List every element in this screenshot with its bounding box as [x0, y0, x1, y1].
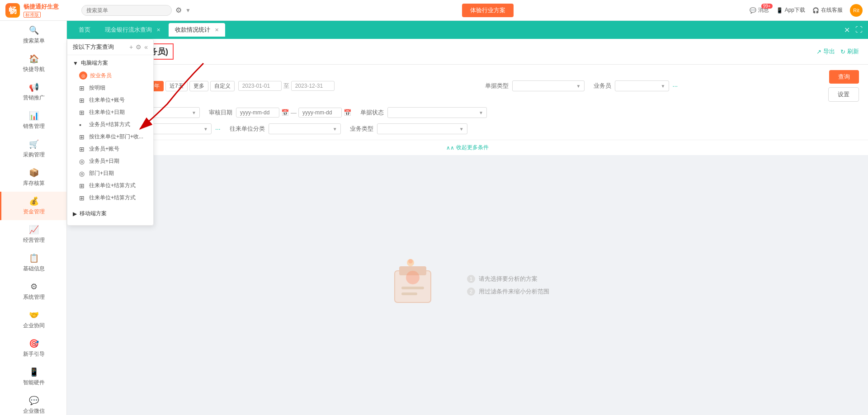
doc-status-select[interactable] — [387, 107, 487, 118]
doc-status-filter: 单据状态 — [360, 107, 487, 118]
scheme-item-counterpart-settle1[interactable]: ⊞ 往来单位+结算方式 — [67, 179, 153, 192]
query-button[interactable]: 查询 — [829, 70, 859, 84]
scheme-item-by-salesman[interactable]: ◎ 按业务员 — [67, 69, 153, 82]
scheme-collapse-button[interactable]: « — [144, 43, 148, 51]
sidebar-item-purchase[interactable]: 🛒 采购管理 — [0, 135, 66, 163]
header-search: ⚙ ▼ — [81, 5, 226, 16]
inventory-icon: 📦 — [29, 168, 39, 178]
sidebar-item-enterprise[interactable]: 🤝 企业协同 — [0, 306, 66, 334]
logo-area: 畅 畅捷通好生意 标准版 — [5, 3, 72, 18]
date-range: 至 — [238, 81, 335, 91]
sidebar-item-operations[interactable]: 📈 经营管理 — [0, 220, 66, 249]
biz-type-label: 业务类型 — [350, 125, 373, 133]
marketing-icon: 📢 — [29, 82, 39, 92]
doc-type-select-wrapper — [512, 80, 585, 91]
scheme-mobile-section: ▶ 移动端方案 — [67, 206, 153, 222]
empty-steps: 1 请先选择要分析的方案 2 用过滤条件来缩小分析范围 — [467, 275, 549, 296]
sidebar-item-inventory[interactable]: 📦 库存核算 — [0, 163, 66, 192]
top-header: 畅 畅捷通好生意 标准版 ⚙ ▼ 体验行业方案 💬 消息 99+ 📱 App下载… — [0, 0, 868, 21]
date-from-input[interactable] — [238, 81, 282, 91]
scheme-item-dept-date[interactable]: ◎ 部门+日期 — [67, 167, 153, 179]
message-item[interactable]: 💬 消息 99+ — [750, 6, 769, 14]
sales-icon: 📊 — [29, 111, 39, 121]
refresh-button[interactable]: ↻ 刷新 — [840, 47, 859, 56]
empty-step-1: 1 请先选择要分析的方案 — [467, 275, 549, 283]
scheme-add-button[interactable]: + — [129, 43, 133, 51]
tab-home[interactable]: 首页 — [72, 23, 97, 37]
counterpart-date-icon: ⊞ — [79, 109, 86, 116]
svg-point-2 — [406, 271, 420, 284]
biz-type-select-wrapper — [377, 123, 467, 134]
empty-content: 1 请先选择要分析的方案 2 用过滤条件来缩小分析范围 — [386, 253, 549, 318]
search-input[interactable] — [81, 5, 172, 16]
date-btn-more[interactable]: 更多 — [189, 81, 208, 91]
tab-close-bank-flow[interactable]: ✕ — [156, 27, 160, 33]
export-button[interactable]: ↗ 导出 — [816, 47, 835, 56]
sidebar-item-smart-hw[interactable]: 📱 智能硬件 — [0, 363, 66, 391]
date-btn-7days[interactable]: 近7天 — [165, 81, 188, 91]
sidebar-item-marketing[interactable]: 📢 营销推广 — [0, 78, 66, 106]
counterpart-category-select[interactable] — [269, 123, 341, 134]
filter-row-2: 部门 审核日期 📅 — — [76, 107, 859, 118]
content-area: 首页 现金银行流水查询 ✕ 收款情况统计 ✕ ✕ ⛶ 收款情况统计(按业务员) — [67, 21, 868, 415]
counterpart-more-icon[interactable]: ··· — [215, 125, 221, 132]
scheme-desktop-section: ▼ 电脑端方案 ◎ 按业务员 ⊞ 按明细 ⊞ 往来单位+账号 ⊞ 往来单位+日期… — [67, 55, 153, 206]
sidebar-item-system[interactable]: ⚙ 系统管理 — [0, 277, 66, 306]
gear-button[interactable]: ⚙ — [175, 6, 182, 14]
scheme-item-counterpart-account[interactable]: ⊞ 往来单位+账号 — [67, 94, 153, 106]
sidebar-item-sales[interactable]: 📊 销售管理 — [0, 106, 66, 135]
scheme-settings-button[interactable]: ⚙ — [136, 43, 142, 51]
scheme-mobile-header[interactable]: ▶ 移动端方案 — [67, 208, 153, 220]
detail-icon: ⊞ — [79, 85, 86, 92]
purchase-icon: 🛒 — [29, 139, 39, 149]
tab-close-window[interactable]: ✕ — [844, 26, 850, 34]
header-right: 💬 消息 99+ 📱 App下载 🎧 在线客服 Rit — [750, 4, 863, 17]
sidebar-item-finance[interactable]: 💰 资金管理 — [0, 192, 66, 220]
tab-close-collection-stat[interactable]: ✕ — [215, 27, 219, 33]
salesman-account-icon: ⊞ — [79, 146, 86, 153]
scheme-item-counterpart-date[interactable]: ⊞ 往来单位+日期 — [67, 106, 153, 118]
tab-collection-stat[interactable]: 收款情况统计 ✕ — [169, 23, 225, 37]
scheme-item-salesman-settle[interactable]: ▪ 业务员+结算方式 — [67, 118, 153, 131]
salesman-settle-icon: ▪ — [79, 121, 86, 128]
online-service-item[interactable]: 🎧 在线客服 — [812, 6, 843, 14]
sidebar-item-search-menu[interactable]: 🔍 搜索菜单 — [0, 21, 66, 49]
audit-date-filter: 审核日期 📅 — 📅 — [209, 108, 351, 118]
biz-type-select[interactable] — [377, 123, 467, 134]
audit-date-to-input[interactable] — [298, 108, 342, 118]
doc-type-select[interactable] — [512, 80, 585, 91]
collapse-bar[interactable]: ∧∧ 收起更多条件 — [67, 140, 868, 155]
dept-date-icon: ◎ — [79, 170, 86, 177]
salesman-select[interactable] — [615, 80, 669, 91]
cal-icon-from: 📅 — [281, 109, 289, 116]
scheme-desktop-header[interactable]: ▼ 电脑端方案 — [67, 57, 153, 69]
expand-icon[interactable]: ▼ — [185, 7, 191, 14]
salesman-date-icon: ◎ — [79, 158, 86, 165]
date-to-input[interactable] — [291, 81, 335, 91]
empty-illustration — [386, 253, 440, 307]
user-avatar[interactable]: Rit — [850, 4, 863, 17]
page-content: 收款情况统计(按业务员) ↗ 导出 ↻ 刷新 单据日期 — [67, 39, 868, 415]
smart-hw-icon: 📱 — [29, 367, 39, 377]
scheme-item-counterpart-dept[interactable]: ⊞ 按往来单位+部门+收... — [67, 131, 153, 143]
system-icon: ⚙ — [30, 282, 38, 292]
sidebar-item-quick-nav[interactable]: 🏠 快捷导航 — [0, 49, 66, 78]
collapse-up-icon: ∧∧ — [446, 145, 454, 151]
logo-text: 畅捷通好生意 标准版 — [24, 3, 59, 18]
app-download-item[interactable]: 📱 App下载 — [776, 6, 805, 14]
sidebar-item-basic-info[interactable]: 📋 基础信息 — [0, 249, 66, 277]
sidebar-item-guide[interactable]: 🎯 新手引导 — [0, 334, 66, 363]
scheme-item-salesman-account[interactable]: ⊞ 业务员+账号 — [67, 143, 153, 155]
date-btn-custom[interactable]: 自定义 — [210, 81, 235, 91]
audit-date-from-input[interactable] — [236, 108, 279, 118]
settings-button[interactable]: 设置 — [828, 87, 859, 102]
tab-bank-flow[interactable]: 现金银行流水查询 ✕ — [99, 23, 167, 37]
tab-maximize[interactable]: ⛶ — [855, 26, 863, 34]
scheme-item-counterpart-settle2[interactable]: ⊞ 往来单位+结算方式 — [67, 192, 153, 204]
scheme-item-by-detail[interactable]: ⊞ 按明细 — [67, 82, 153, 94]
trial-button[interactable]: 体验行业方案 — [462, 4, 514, 17]
salesman-more-icon[interactable]: ··· — [673, 82, 678, 90]
scheme-item-salesman-date[interactable]: ◎ 业务员+日期 — [67, 155, 153, 167]
sidebar-item-wechat[interactable]: 💬 企业微信 — [0, 391, 66, 415]
service-icon: 🎧 — [812, 7, 819, 14]
